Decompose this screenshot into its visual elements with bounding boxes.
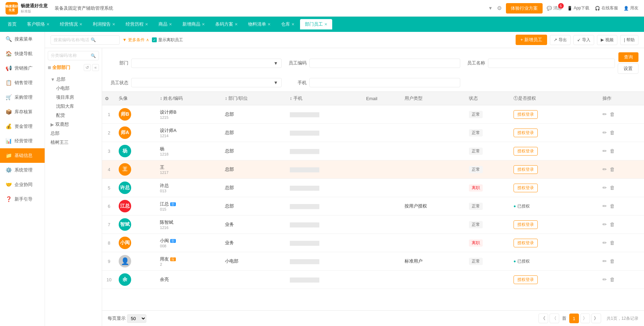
dept-search-box[interactable]: 分类编码/名称 🔍	[48, 51, 99, 60]
delete-icon[interactable]: 🗑	[610, 258, 615, 264]
auth-button[interactable]: 授权登录	[514, 165, 538, 174]
close-icon[interactable]: ✕	[202, 22, 205, 27]
col-settings[interactable]: ⚙	[102, 92, 116, 105]
delete-icon[interactable]: 🗑	[610, 130, 615, 135]
delete-icon[interactable]: 🗑	[610, 185, 615, 191]
last-page-btn[interactable]: 》	[591, 314, 601, 323]
all-dept-label[interactable]: ⊞ 全部部门	[48, 63, 70, 72]
nav-home[interactable]: 首页	[3, 19, 21, 29]
col-dept-position[interactable]: ↕ 部门/职位	[222, 92, 287, 105]
settings-icon[interactable]: ⚙	[497, 5, 502, 11]
auth-button[interactable]: 授权登录	[514, 184, 538, 192]
col-name-code[interactable]: ↕ 姓名/编码	[157, 92, 222, 105]
user-action[interactable]: 👤 用友	[624, 5, 638, 11]
close-icon[interactable]: ✕	[267, 22, 271, 27]
dept-node-shenyang[interactable]: 沈阳大库	[53, 102, 99, 111]
nav-tab-barcode[interactable]: 条码方案✕	[210, 19, 243, 29]
edit-icon[interactable]: ✏	[602, 276, 607, 282]
edit-icon[interactable]: ✏	[602, 130, 607, 135]
dept-node-double-deer[interactable]: ▶ 双鹿想	[48, 120, 99, 129]
sidebar-item-system[interactable]: ⚙️ 系统管理	[0, 163, 45, 177]
emp-name-input[interactable]	[488, 59, 615, 68]
search-icon[interactable]: 🔍	[91, 37, 96, 42]
online-service-action[interactable]: 🎧 在线客服	[595, 5, 618, 11]
message-action[interactable]: 💬 消息 6	[547, 5, 562, 11]
auth-button[interactable]: 授权登录	[514, 129, 538, 137]
dept-node-delivery[interactable]: 配货	[53, 111, 99, 120]
delete-icon[interactable]: 🗑	[610, 111, 615, 117]
nav-tab-journey[interactable]: 经营历程✕	[121, 19, 153, 29]
delete-icon[interactable]: 🗑	[610, 240, 615, 246]
phone-input[interactable]	[309, 78, 460, 87]
sidebar-item-guide[interactable]: ❓ 新手引导	[0, 192, 45, 206]
nav-tab-profit[interactable]: 利润报告✕	[88, 19, 120, 29]
edit-icon[interactable]: ✏	[602, 148, 607, 154]
auth-button[interactable]: 授权登录	[514, 110, 538, 119]
sidebar-item-shortcut[interactable]: 🏠 快捷导航	[0, 46, 45, 61]
nav-tab-bom[interactable]: 物料清单✕	[243, 19, 275, 29]
sidebar-item-purchase[interactable]: 🛒 采购管理	[0, 90, 45, 105]
edit-icon[interactable]: ✏	[602, 111, 607, 117]
dept-node-headquarter[interactable]: ▼ 总部	[48, 75, 99, 84]
nav-tab-warehouse[interactable]: 仓库✕	[276, 19, 299, 29]
auth-button[interactable]: 授权登录	[514, 220, 538, 229]
prev-page-btn[interactable]: 〈	[550, 314, 559, 323]
collapse-icon[interactable]: «	[92, 64, 99, 71]
emp-status-select[interactable]: ▼	[131, 78, 282, 87]
sidebar-item-collab[interactable]: 🤝 企业协同	[0, 177, 45, 192]
dept-select[interactable]: ▼	[131, 59, 282, 68]
auth-button[interactable]: 授权登录	[514, 275, 538, 284]
dept-search-icon[interactable]: 🔍	[91, 53, 96, 58]
close-icon[interactable]: ✕	[235, 22, 238, 27]
edit-icon[interactable]: ✏	[602, 240, 607, 246]
dept-node-project[interactable]: 项目库房	[53, 93, 99, 102]
nav-tab-operations[interactable]: 经营情况✕	[55, 19, 87, 29]
delete-icon[interactable]: 🗑	[610, 148, 615, 154]
export-button[interactable]: ↗ 导出	[550, 35, 571, 45]
edit-icon[interactable]: ✏	[602, 258, 607, 264]
first-page-btn[interactable]: 《	[538, 314, 548, 323]
nav-tab-employees[interactable]: 部门员工✕	[300, 19, 332, 29]
add-employee-button[interactable]: + 新增员工	[516, 35, 547, 45]
nav-tab-customer[interactable]: 客户联络✕	[22, 19, 54, 29]
close-icon[interactable]: ✕	[324, 22, 327, 27]
delete-icon[interactable]: 🗑	[610, 276, 615, 282]
help-button[interactable]: | 帮助	[620, 35, 638, 45]
edit-icon[interactable]: ✏	[602, 185, 607, 191]
search-box[interactable]: 搜索编码/名称/电话 🔍	[51, 35, 120, 45]
dept-node-general[interactable]: 总部	[48, 129, 99, 138]
sidebar-item-finance[interactable]: 💰 资金管理	[0, 119, 45, 134]
sidebar-item-sales[interactable]: 📋 销售管理	[0, 76, 45, 90]
page-num[interactable]: 1	[569, 314, 579, 323]
per-page-select[interactable]: 50 100 200	[127, 314, 146, 323]
delete-icon[interactable]: 🗑	[610, 166, 615, 172]
edit-icon[interactable]: ✏	[602, 203, 607, 209]
delete-icon[interactable]: 🗑	[610, 221, 615, 227]
sidebar-item-search[interactable]: 🔍 搜索菜单	[0, 32, 45, 46]
close-icon[interactable]: ✕	[112, 22, 115, 27]
close-icon[interactable]: ✕	[46, 22, 49, 27]
edit-icon[interactable]: ✏	[602, 166, 607, 172]
auth-button[interactable]: 授权登录	[514, 147, 538, 156]
auth-button[interactable]: 授权登录	[514, 239, 538, 247]
refresh-icon[interactable]: ↺	[84, 64, 91, 71]
experience-button[interactable]: 体验行业方案	[506, 3, 543, 14]
sidebar-item-inventory[interactable]: 📦 库存核算	[0, 105, 45, 119]
close-icon[interactable]: ✕	[79, 22, 82, 27]
edit-icon[interactable]: ✏	[602, 221, 607, 227]
sidebar-item-operations[interactable]: 📊 经营管理	[0, 134, 45, 148]
delete-icon[interactable]: 🗑	[610, 203, 615, 209]
show-resigned-toggle[interactable]: ✓ 显示离职员工	[152, 37, 183, 43]
query-button[interactable]: 查询	[618, 52, 638, 62]
more-conditions-btn[interactable]: ▼ 更多条件 ∧	[123, 37, 149, 43]
sidebar-item-marketing[interactable]: 📢 营销推广	[0, 61, 45, 76]
app-download-action[interactable]: 📱 App下载	[567, 5, 589, 11]
reset-button[interactable]: 设置	[618, 63, 638, 74]
nav-tab-add-goods[interactable]: 新增商品✕	[178, 19, 210, 29]
view-button[interactable]: ▶ 视频	[597, 35, 617, 45]
dept-node-plant-tree[interactable]: 植树王三	[48, 138, 99, 147]
close-icon[interactable]: ✕	[291, 22, 294, 27]
close-icon[interactable]: ✕	[169, 22, 172, 27]
sidebar-item-basic[interactable]: 📁 基础信息	[0, 148, 45, 163]
close-icon[interactable]: ✕	[145, 22, 148, 27]
